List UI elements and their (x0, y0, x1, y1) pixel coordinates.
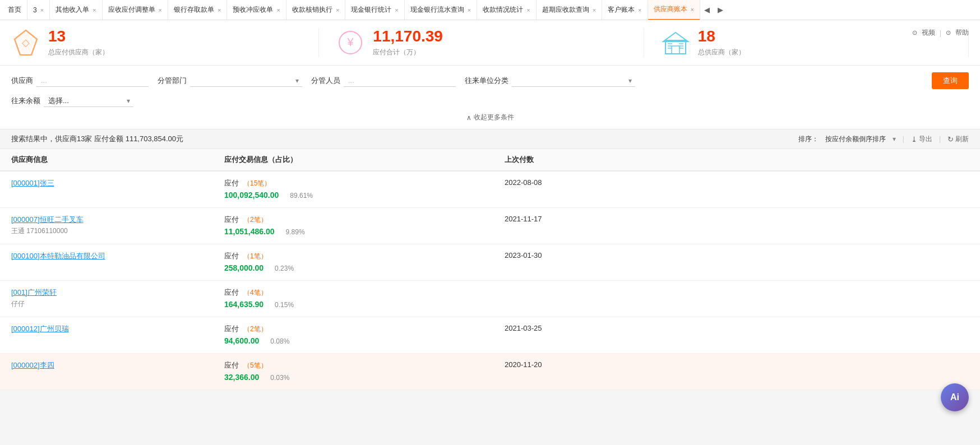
nav-tab-cash-stat[interactable]: 现金银行统计 × (345, 0, 404, 20)
trans-row-3: 应付 （1笔） (224, 251, 505, 261)
close-tab-receipt-exec[interactable]: × (336, 7, 339, 13)
summary-card-suppliers: ◇ 13 总应付供应商（家） (11, 28, 319, 57)
filter-row-2: 往来余额 选择... (11, 95, 969, 107)
trans-label-4: 应付 (224, 288, 239, 298)
table-row: [001]广州荣轩 仔仔 应付 （4笔） 164,635.90 0.15% (0, 281, 980, 317)
last-payment-5: 2021-03-25 (505, 324, 969, 332)
supplier-link-5[interactable]: [000012]广州贝瑞 (11, 325, 69, 333)
nav-tab-prepay[interactable]: 预收冲应收单 × (227, 0, 286, 20)
close-tab-supplier-ledger[interactable]: × (691, 6, 694, 13)
trans-amount-4[interactable]: 164,635.90 (224, 300, 264, 309)
transaction-info-2: 应付 （2笔） 11,051,486.00 9.89% (224, 215, 505, 237)
trans-percent-1: 89.61% (290, 192, 313, 200)
trans-amount-row-1: 100,092,540.00 89.61% (224, 189, 505, 200)
supplier-link-2[interactable]: [000007]恒旺二手叉车 (11, 215, 84, 224)
nav-tab-receipt-exec[interactable]: 收款核销执行 × (286, 0, 345, 20)
card-info-suppliers: 13 总应付供应商（家） (48, 28, 109, 57)
search-button[interactable]: 查询 (932, 72, 969, 89)
nav-tab-home[interactable]: 首页 (2, 0, 27, 20)
nav-tab-receipt-stat[interactable]: 收款情况统计 × (477, 0, 536, 20)
close-tab-receipt-stat[interactable]: × (526, 7, 530, 13)
circle-icon2: ⊙ (946, 29, 951, 36)
diamond-icon: ◇ (11, 28, 40, 57)
category-filter-label: 往来单位分类 (465, 76, 509, 86)
close-tab-3[interactable]: × (40, 7, 44, 13)
last-payment-1: 2022-08-08 (505, 178, 969, 187)
close-tab-cash-stat[interactable]: × (395, 7, 398, 13)
category-select-wrap (512, 75, 635, 87)
col-header-last-payment: 上次付数 (505, 155, 969, 165)
video-link[interactable]: 视频 (922, 28, 935, 38)
card-info-amount: 11,170.39 应付合计（万） (373, 28, 443, 57)
sort-dropdown-icon[interactable]: ▾ (893, 135, 896, 143)
store-icon (661, 28, 690, 57)
close-tab-cash-flow[interactable]: × (468, 7, 471, 13)
trans-percent-4: 0.15% (275, 301, 294, 309)
transaction-info-1: 应付 （15笔） 100,092,540.00 89.61% (224, 178, 505, 201)
person-filter-label: 分管人员 (311, 76, 340, 86)
trans-count-6: （5笔） (243, 361, 267, 370)
table-row: [000100]本特勒油品有限公司 应付 （1笔） 258,000.00 0.2… (0, 244, 980, 281)
last-payment-date-1: 2022-08-08 (505, 178, 542, 187)
trans-amount-3[interactable]: 258,000.00 (224, 263, 264, 272)
trans-amount-6[interactable]: 32,366.00 (224, 373, 259, 382)
last-payment-date-3: 2023-01-30 (505, 251, 542, 259)
sort-select[interactable]: 按应付余额倒序排序 (825, 135, 886, 144)
nav-tab-other-income[interactable]: 其他收入单 × (50, 0, 102, 20)
trans-count-5: （2笔） (243, 325, 267, 334)
col-header-transaction: 应付交易信息（占比） (224, 155, 505, 165)
nav-tab-adjust[interactable]: 应收应付调整单 × (103, 0, 168, 20)
result-bar-right: 排序： 按应付余额倒序排序 ▾ | ⤓ 导出 | ↻ 刷新 (798, 135, 969, 144)
nav-tab-bank[interactable]: 银行存取款单 × (168, 0, 227, 20)
nav-left-arrow[interactable]: ◀ (700, 0, 714, 20)
supplier-link-6[interactable]: [000002]李四 (11, 361, 54, 369)
dept-select[interactable] (190, 75, 302, 87)
dept-filter-label: 分管部门 (158, 76, 187, 86)
collapse-button[interactable]: ∧ 收起更多条件 (466, 113, 514, 122)
balance-select-wrap: 选择... (44, 95, 133, 107)
close-tab-adjust[interactable]: × (159, 7, 162, 13)
data-table: 供应商信息 应付交易信息（占比） 上次付数 [000001]张三 应付 （15笔… (0, 149, 980, 390)
ai-button[interactable]: Ai (941, 383, 969, 390)
nav-tab-3[interactable]: 3 × (27, 0, 50, 20)
nav-tab-supplier-ledger[interactable]: 供应商账本 × (648, 0, 700, 20)
close-tab-overdue[interactable]: × (593, 7, 596, 13)
nav-tab-cash-flow[interactable]: 现金银行流水查询 × (405, 0, 477, 20)
nav-right-arrow[interactable]: ▶ (714, 0, 727, 20)
suppliers-label: 总应付供应商（家） (48, 48, 109, 57)
refresh-button[interactable]: ↻ 刷新 (947, 135, 969, 144)
nav-tab-overdue[interactable]: 超期应收款查询 × (537, 0, 602, 20)
supplier-input[interactable] (36, 75, 149, 87)
close-tab-customer-ledger[interactable]: × (638, 7, 641, 13)
total-label: 总供应商（家） (698, 48, 745, 57)
trans-label-5: 应付 (224, 324, 239, 334)
summary-bar: ◇ 13 总应付供应商（家） ¥ 11,170.39 应付合计（万） (0, 20, 980, 66)
trans-row-1: 应付 （15笔） (224, 178, 505, 188)
export-icon: ⤓ (911, 135, 917, 143)
balance-select[interactable]: 选择... (44, 95, 133, 107)
supplier-info-6: [000002]李四 (11, 360, 224, 370)
trans-amount-row-4: 164,635.90 0.15% (224, 299, 505, 309)
trans-amount-1[interactable]: 100,092,540.00 (224, 191, 279, 200)
trans-amount-5[interactable]: 94,600.00 (224, 336, 259, 345)
trans-amount-2[interactable]: 11,051,486.00 (224, 227, 275, 236)
svg-text:◇: ◇ (22, 37, 30, 48)
close-tab-prepay[interactable]: × (276, 7, 280, 13)
trans-row-5: 应付 （2笔） (224, 324, 505, 334)
trans-label-3: 应付 (224, 251, 239, 261)
category-select[interactable] (512, 75, 635, 87)
help-link[interactable]: 帮助 (955, 28, 969, 38)
supplier-sub-2: 王通 17106110000 (11, 226, 224, 236)
supplier-link-4[interactable]: [001]广州荣轩 (11, 288, 57, 296)
filter-balance: 往来余额 选择... (11, 95, 133, 107)
filter-category: 往来单位分类 (465, 75, 635, 87)
svg-rect-5 (665, 40, 686, 54)
close-tab-other-income[interactable]: × (93, 7, 96, 13)
close-tab-bank[interactable]: × (218, 7, 221, 13)
export-button[interactable]: ⤓ 导出 (911, 135, 932, 144)
trans-label-6: 应付 (224, 360, 239, 370)
nav-tab-customer-ledger[interactable]: 客户账本 × (602, 0, 648, 20)
supplier-link-3[interactable]: [000100]本特勒油品有限公司 (11, 252, 105, 260)
supplier-link-1[interactable]: [000001]张三 (11, 179, 54, 187)
person-input[interactable] (344, 75, 456, 87)
